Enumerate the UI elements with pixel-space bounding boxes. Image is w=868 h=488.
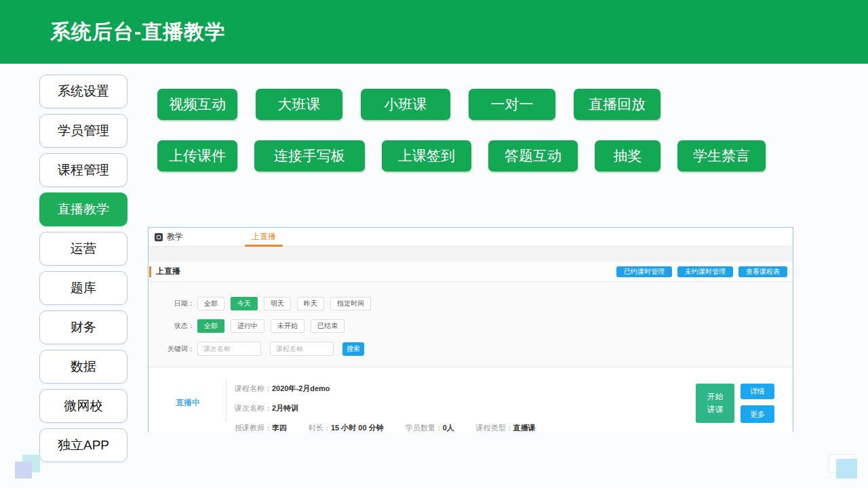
feature-video-interaction[interactable]: 视频互动 [157, 89, 237, 120]
filter-row-status: 状态： 全部 进行中 未开始 已结束 [155, 319, 351, 333]
students-value: 0人 [443, 423, 454, 433]
filter-row-keyword: 关键词： 搜索 [155, 342, 364, 356]
feature-upload-courseware[interactable]: 上传课件 [157, 140, 237, 171]
teacher-meta: 授课教师： 李四 [235, 423, 287, 433]
deco-square-lavender [15, 462, 32, 479]
feature-class-checkin[interactable]: 上课签到 [382, 140, 471, 171]
feature-one-on-one[interactable]: 一对一 [469, 89, 555, 120]
feature-lottery[interactable]: 抽奖 [595, 140, 660, 171]
sidebar-item-course-management[interactable]: 课程管理 [39, 153, 127, 187]
vertical-divider [226, 380, 226, 422]
detail-button[interactable]: 详情 [741, 384, 774, 399]
sidebar-item-live-teaching[interactable]: 直播教学 [39, 192, 127, 226]
live-status-badge: 直播中 [176, 397, 200, 409]
start-teaching-button[interactable]: 开始 讲课 [696, 384, 734, 423]
view-timetable-button[interactable]: 查看课程表 [738, 266, 787, 277]
date-filter-label: 日期： [155, 299, 195, 308]
status-option-all[interactable]: 全部 [197, 319, 224, 333]
date-option-today[interactable]: 今天 [231, 297, 258, 310]
teacher-label: 授课教师： [235, 423, 272, 433]
sidebar-item-operations[interactable]: 运营 [39, 232, 127, 266]
course-name-label: 课程名称： [235, 384, 272, 394]
students-meta: 学员数量： 0人 [406, 423, 454, 433]
sidebar-item-system-settings[interactable]: 系统设置 [39, 75, 127, 108]
section-header: 上直播 已约课时管理 未约课时管理 查看课程表 [149, 262, 793, 282]
feature-live-replay[interactable]: 直播回放 [574, 89, 660, 120]
date-option-all[interactable]: 全部 [197, 297, 224, 310]
keyword-filter-label: 关键词： [155, 344, 195, 354]
feature-small-class[interactable]: 小班课 [361, 89, 450, 120]
panel-gap [149, 247, 793, 262]
feature-connect-tablet[interactable]: 连接手写板 [254, 140, 365, 171]
students-label: 学员数量： [406, 423, 443, 433]
unbooked-lessons-button[interactable]: 未约课时管理 [677, 266, 733, 277]
sidebar-item-micro-school[interactable]: 微网校 [39, 389, 127, 423]
date-option-custom[interactable]: 指定时间 [330, 297, 371, 310]
duration-meta: 时长： 15 小时 00 分钟 [309, 423, 384, 433]
duration-label: 时长： [309, 423, 331, 433]
type-value: 直播课 [513, 423, 536, 433]
filter-area: 日期： 全部 今天 明天 昨天 指定时间 状态： 全部 进行中 未开始 已结束 … [149, 282, 793, 367]
type-meta: 课程类型： 直播课 [476, 423, 536, 433]
sidebar-item-finance[interactable]: 财务 [39, 310, 127, 344]
sidebar-item-standalone-app[interactable]: 独立APP [39, 428, 127, 462]
status-option-ended[interactable]: 已结束 [311, 319, 344, 333]
course-name-input[interactable] [270, 342, 334, 356]
page: 系统后台-直播教学 系统设置 学员管理 课程管理 直播教学 运营 题库 财务 数… [0, 0, 868, 488]
admin-panel: 教学 上直播 上直播 已约课时管理 未约课时管理 查看课程表 日期： 全部 今天 [148, 227, 793, 432]
feature-mute-students[interactable]: 学生禁言 [677, 140, 766, 171]
search-button[interactable]: 搜索 [342, 342, 364, 356]
sidebar-item-question-bank[interactable]: 题库 [39, 271, 127, 305]
app-label: 教学 [167, 231, 183, 243]
status-option-ongoing[interactable]: 进行中 [231, 319, 264, 333]
status-option-not-started[interactable]: 未开始 [271, 319, 304, 333]
more-button[interactable]: 更多 [741, 405, 774, 423]
section-accent-bar [149, 266, 151, 277]
date-option-tomorrow[interactable]: 明天 [264, 297, 291, 310]
date-option-yesterday[interactable]: 昨天 [297, 297, 324, 310]
feature-row-2: 上传课件 连接手写板 上课签到 答题互动 抽奖 学生禁言 [157, 140, 766, 171]
feature-row-1: 视频互动 大班课 小班课 一对一 直播回放 [157, 89, 660, 120]
teacher-value: 李四 [272, 423, 287, 433]
course-name-line: 课程名称： 2020年-2月demo [235, 384, 330, 394]
session-name-label: 课次名称： [235, 403, 272, 413]
sidebar-item-student-management[interactable]: 学员管理 [39, 114, 127, 148]
type-label: 课程类型： [476, 423, 513, 433]
app-logo-icon [155, 233, 163, 241]
lesson-name-input[interactable] [197, 342, 261, 356]
section-actions: 已约课时管理 未约课时管理 查看课程表 [616, 266, 793, 277]
tab-go-live[interactable]: 上直播 [248, 228, 280, 247]
section-title: 上直播 [156, 266, 180, 277]
feature-large-class[interactable]: 大班课 [256, 89, 342, 120]
top-banner: 系统后台-直播教学 [0, 0, 868, 64]
session-name-line: 课次名称： 2月特训 [235, 403, 298, 413]
page-title: 系统后台-直播教学 [50, 18, 226, 46]
course-meta-line: 授课教师： 李四 时长： 15 小时 00 分钟 学员数量： 0人 课程类型： … [235, 423, 557, 433]
duration-value: 15 小时 00 分钟 [331, 423, 384, 433]
course-list-item: 直播中 课程名称： 2020年-2月demo 课次名称： 2月特训 授课教师： … [149, 367, 793, 432]
status-filter-label: 状态： [155, 321, 195, 331]
tab-active-underline [245, 245, 283, 247]
sidebar-item-data[interactable]: 数据 [39, 350, 127, 384]
feature-quiz-interaction[interactable]: 答题互动 [488, 140, 578, 171]
deco-square-blue [836, 459, 857, 479]
sidebar: 系统设置 学员管理 课程管理 直播教学 运营 题库 财务 数据 微网校 独立AP… [39, 75, 127, 468]
session-name-value: 2月特训 [272, 403, 298, 413]
booked-lessons-button[interactable]: 已约课时管理 [616, 266, 672, 277]
filter-row-date: 日期： 全部 今天 明天 昨天 指定时间 [155, 297, 377, 310]
course-name-value: 2020年-2月demo [272, 384, 330, 394]
panel-tabbar: 教学 上直播 [149, 228, 793, 247]
